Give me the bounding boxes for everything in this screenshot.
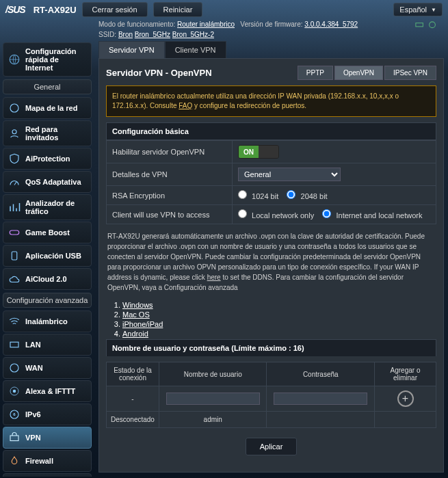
- sidebar-item-wan[interactable]: WAN: [3, 357, 92, 379]
- svg-point-10: [13, 390, 16, 393]
- sidebar-item-ipv6[interactable]: 6 IPv6: [3, 403, 92, 425]
- logout-button[interactable]: Cerrar sesión: [82, 2, 148, 17]
- os-link-android[interactable]: Android: [122, 330, 436, 338]
- proto-ipsec-button[interactable]: IPSec VPN: [384, 66, 436, 80]
- proto-pptp-button[interactable]: PPTP: [298, 66, 333, 80]
- cloud-icon: [8, 273, 21, 285]
- sidebar-item-administration[interactable]: Administración: [3, 473, 92, 477]
- sidebar-item-label: Inalámbrico: [25, 317, 68, 326]
- access-local-option[interactable]: Local network only: [238, 211, 314, 220]
- usb-status-icon[interactable]: [415, 21, 425, 29]
- reboot-button[interactable]: Reiniciar: [153, 2, 203, 17]
- gamepad-icon: [8, 226, 21, 239]
- sidebar-item-label: Analizador de tráfico: [25, 199, 87, 215]
- row-rsa-label: RSA Encryption: [107, 186, 233, 205]
- svg-rect-0: [416, 23, 423, 27]
- password-input[interactable]: [274, 393, 367, 405]
- sidebar-section-advanced: Configuración avanzada: [3, 293, 92, 308]
- sidebar-item-label: Firewall: [25, 457, 53, 465]
- user-table-title: Nombre de usuario y contraseña (Límite m…: [106, 339, 436, 356]
- toggle-off-region: [259, 146, 278, 158]
- os-link-windows[interactable]: Windows: [122, 301, 436, 309]
- openvpn-description: RT-AX92U generará automáticamente un arc…: [106, 224, 436, 300]
- sidebar-item-label: IPv6: [25, 410, 41, 419]
- sidebar-item-label: VPN: [25, 434, 41, 442]
- svg-point-1: [430, 22, 436, 28]
- sidebar-section-general: General: [3, 79, 92, 94]
- main-content: Servidor VPN Cliente VPN Servidor VPN - …: [94, 40, 448, 477]
- sidebar-item-label: Aplicación USB: [25, 252, 81, 260]
- state-cell: Desconectado: [107, 412, 159, 428]
- username-input[interactable]: [166, 393, 260, 405]
- mode-value[interactable]: Router inalámbrico: [177, 21, 235, 28]
- guest-icon: [8, 127, 21, 140]
- page-title: Servidor VPN - OpenVPN: [106, 68, 298, 78]
- sidebar-item-aicloud[interactable]: AiCloud 2.0: [3, 268, 92, 290]
- ssid-3: Bron_5GHz-2: [172, 31, 214, 38]
- chevron-down-icon: ▼: [431, 7, 436, 13]
- wan-ip-warning: El router inalámbrico actualmente utiliz…: [106, 85, 436, 117]
- sidebar-item-traffic-analyzer[interactable]: Analizador de tráfico: [3, 194, 92, 220]
- os-link-ios[interactable]: iPhone/iPad: [122, 320, 436, 328]
- col-password: Contraseña: [267, 362, 375, 386]
- rsa-1024-option[interactable]: 1024 bit: [238, 192, 278, 200]
- map-icon: [8, 102, 21, 114]
- sidebar-item-label: QoS Adaptativa: [25, 178, 81, 186]
- access-both-option[interactable]: Internet and local network: [322, 211, 422, 220]
- model-name: RT-AX92U: [34, 5, 77, 15]
- sidebar-item-guest-network[interactable]: Red para invitados: [3, 120, 92, 146]
- sidebar-item-label: WAN: [25, 364, 43, 372]
- proto-openvpn-button[interactable]: OpenVPN: [334, 66, 383, 80]
- ddns-here-link[interactable]: here: [207, 274, 221, 281]
- svg-rect-8: [10, 342, 18, 347]
- row-enable-label: Habilitar servidor OpenVPN: [107, 141, 233, 163]
- net-status-icon[interactable]: [427, 21, 437, 29]
- wifi-icon: [8, 315, 21, 328]
- faq-link[interactable]: FAQ: [179, 102, 192, 109]
- sidebar-qis[interactable]: Configuración rápida de Internet: [3, 42, 92, 77]
- voice-icon: [8, 385, 21, 397]
- sidebar-item-aiprotection[interactable]: AiProtection: [3, 148, 92, 170]
- fw-label: Versión de firmware:: [240, 21, 302, 28]
- sidebar-item-label: AiCloud 2.0: [25, 275, 67, 283]
- basic-config-header: Configuración básica: [106, 122, 436, 140]
- fw-value[interactable]: 3.0.0.4.384_5792: [304, 21, 358, 28]
- row-access-label: Client will use VPN to access: [107, 205, 233, 224]
- rsa-2048-option[interactable]: 2048 bit: [287, 192, 327, 200]
- language-select[interactable]: Español ▼: [393, 3, 443, 16]
- col-state: Estado de la conexión: [107, 362, 159, 386]
- sidebar-item-label: Mapa de la red: [25, 104, 77, 112]
- tab-vpn-server[interactable]: Servidor VPN: [98, 41, 165, 58]
- svg-point-9: [10, 364, 18, 372]
- sidebar-item-firewall[interactable]: Firewall: [3, 450, 92, 472]
- apply-button[interactable]: Aplicar: [246, 438, 298, 455]
- sidebar-item-lan[interactable]: LAN: [3, 334, 92, 356]
- ipv6-icon: 6: [8, 408, 21, 421]
- chart-icon: [8, 201, 21, 213]
- user-input-row: - +: [107, 386, 436, 412]
- sidebar-item-label: Configuración rápida de Internet: [25, 47, 87, 72]
- sidebar-item-qos[interactable]: QoS Adaptativa: [3, 171, 92, 193]
- state-cell: -: [107, 386, 159, 412]
- user-row: Desconectado admin: [107, 412, 436, 428]
- enable-openvpn-toggle[interactable]: ON: [238, 145, 279, 159]
- tab-vpn-client[interactable]: Cliente VPN: [165, 41, 226, 58]
- add-user-button[interactable]: +: [397, 390, 414, 407]
- toggle-on-label: ON: [239, 146, 259, 158]
- gauge-icon: [8, 176, 21, 188]
- os-link-macos[interactable]: Mac OS: [122, 310, 436, 319]
- vpn-details-select[interactable]: General: [238, 168, 341, 181]
- row-details-label: Detalles de VPN: [107, 163, 233, 186]
- sidebar-item-network-map[interactable]: Mapa de la red: [3, 97, 92, 119]
- sidebar-item-vpn[interactable]: VPN: [3, 427, 92, 449]
- sidebar-item-wireless[interactable]: Inalámbrico: [3, 310, 92, 332]
- col-username: Nombre de usuario: [159, 362, 267, 386]
- svg-rect-14: [10, 436, 18, 441]
- sidebar-item-label: LAN: [25, 341, 41, 349]
- sidebar-item-alexa-ifttt[interactable]: Alexa & IFTTT: [3, 380, 92, 402]
- svg-point-3: [10, 104, 18, 112]
- svg-rect-7: [12, 252, 17, 260]
- sidebar-item-label: AiProtection: [25, 155, 70, 163]
- sidebar-item-game-boost[interactable]: Game Boost: [3, 222, 92, 243]
- sidebar-item-usb-app[interactable]: Aplicación USB: [3, 245, 92, 267]
